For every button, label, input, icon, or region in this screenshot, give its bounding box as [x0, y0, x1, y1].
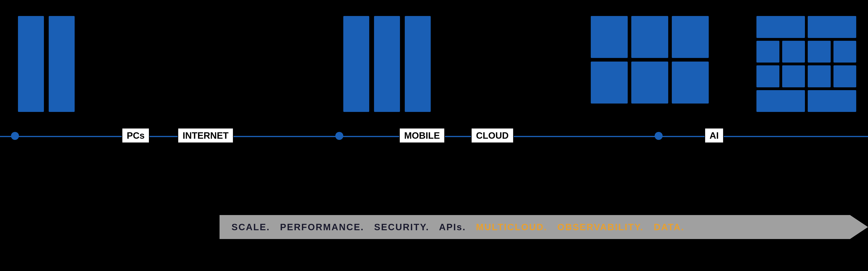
icon-group-pcs	[18, 16, 75, 112]
icon-rect	[374, 16, 400, 112]
main-scene: PCs INTERNET MOBILE CLOUD AI SCALE. PERF…	[0, 0, 868, 271]
icon-rect	[631, 61, 668, 104]
icon-rect	[756, 16, 805, 38]
icon-group-cloud	[591, 16, 709, 104]
timeline-dot-2	[335, 132, 343, 140]
icon-rect	[834, 41, 857, 63]
icon-rect	[756, 41, 779, 63]
arrow-text-highlight: MULTICLOUD. OBSERVABILITY. DATA.	[476, 222, 684, 232]
icon-rect	[405, 16, 431, 112]
icon-rect	[834, 65, 857, 87]
arrow-bar: SCALE. PERFORMANCE. SECURITY. APIs. MULT…	[220, 215, 868, 239]
icon-rect	[672, 61, 709, 104]
icon-rect	[808, 16, 856, 38]
timeline-label-mobile: MOBILE	[399, 128, 445, 143]
timeline-dot-3	[655, 132, 663, 140]
icon-rect	[756, 90, 805, 112]
icon-rect	[631, 16, 668, 58]
timeline-dot-1	[11, 132, 19, 140]
icon-rect	[782, 41, 805, 63]
icon-rect	[591, 16, 628, 58]
icon-rect	[782, 65, 805, 87]
icon-rect	[591, 61, 628, 104]
icon-rect	[49, 16, 75, 112]
arrow-body: SCALE. PERFORMANCE. SECURITY. APIs. MULT…	[220, 215, 868, 239]
icon-rect	[808, 90, 856, 112]
arrow-text: SCALE. PERFORMANCE. SECURITY. APIs. MULT…	[231, 222, 684, 233]
icon-rect	[343, 16, 369, 112]
icon-group-ai	[756, 16, 856, 112]
icon-rect	[756, 65, 779, 87]
timeline-label-internet: INTERNET	[178, 128, 234, 143]
icon-rect	[672, 16, 709, 58]
timeline-label-cloud: CLOUD	[471, 128, 514, 143]
timeline-label-ai: AI	[705, 128, 724, 143]
arrow-text-scale: SCALE. PERFORMANCE. SECURITY. APIs.	[231, 222, 476, 232]
timeline-label-pcs: PCs	[122, 128, 150, 143]
icon-rect	[808, 65, 831, 87]
icon-rect	[18, 16, 44, 112]
icon-group-mobile	[343, 16, 431, 112]
icon-rect	[808, 41, 831, 63]
